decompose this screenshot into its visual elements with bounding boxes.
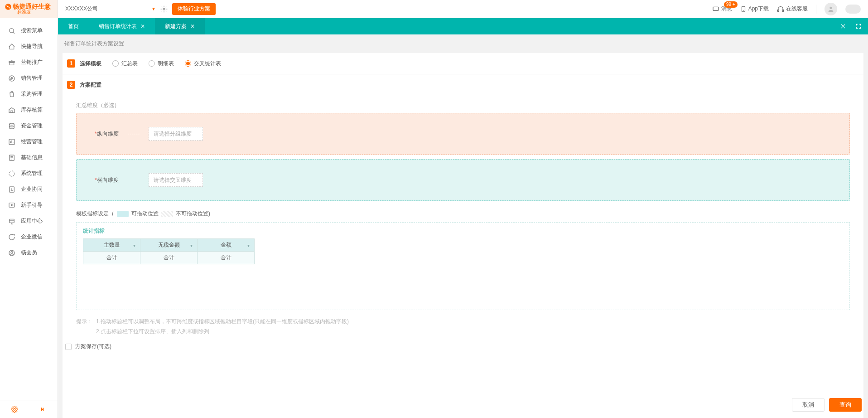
brand-icon (5, 3, 12, 10)
sidebar-item-purchase[interactable]: 采购管理 (0, 86, 58, 102)
apps-icon (8, 218, 15, 225)
sidebar-item-guide[interactable]: 新手引导 (0, 197, 58, 213)
horizontal-dimension-box: *横向维度 请选择交叉维度 (76, 159, 850, 201)
phone-icon (740, 5, 747, 13)
tab-newplan[interactable]: 新建方案✕ (155, 18, 205, 34)
sales-icon (8, 75, 15, 82)
collapse-icon[interactable] (39, 406, 47, 413)
tab-report[interactable]: 销售订单统计表✕ (89, 18, 155, 34)
sidebar-item-wechat[interactable]: 企业微信 (0, 229, 58, 245)
template-radio-cross[interactable]: 交叉统计表 (185, 60, 221, 68)
sidebar-item-search[interactable]: 搜索菜单 (0, 23, 58, 39)
sidebar-item-ops[interactable]: 经营管理 (0, 134, 58, 150)
connector-line (128, 134, 140, 134)
save-row: 方案保存(可选) (63, 336, 863, 357)
config-panel: 1 选择模板 汇总表明细表交叉统计表 2 方案配置 汇总维度（必选） *纵向维度 (63, 53, 863, 418)
topbar-right: 消息 99 + App下载 在线客服 (712, 3, 861, 15)
sidebar-item-label: 基础信息 (21, 154, 43, 161)
inventory-icon (8, 107, 15, 114)
svg-point-7 (10, 123, 14, 125)
sidebar: 畅捷通好生意 标准版 搜索菜单快捷导航营销推广销售管理采购管理库存核算资金管理经… (0, 0, 58, 418)
settings-icon[interactable] (11, 406, 18, 413)
basic-icon (8, 154, 15, 161)
sidebar-item-member[interactable]: 畅会员 (0, 245, 58, 261)
sidebar-item-label: 营销推广 (21, 58, 43, 66)
purchase-icon (8, 91, 15, 98)
sidebar-item-quick[interactable]: 快捷导航 (0, 39, 58, 54)
sidebar-item-label: 快捷导航 (21, 43, 43, 50)
svg-rect-4 (10, 63, 14, 65)
svg-point-23 (14, 408, 15, 410)
messages-button[interactable]: 消息 99 + (712, 5, 732, 13)
sidebar-item-label: 经营管理 (21, 138, 43, 146)
stats-col-label: 金额 (221, 242, 231, 248)
vertical-dimension-input[interactable]: 请选择分组维度 (149, 127, 203, 141)
stats-col-header[interactable]: 金额▾ (198, 239, 255, 252)
system-icon (8, 170, 15, 177)
messages-badge: 99 + (724, 1, 738, 8)
stats-col-header[interactable]: 主数量▾ (83, 239, 140, 252)
svg-point-30 (829, 6, 832, 9)
sidebar-item-sales[interactable]: 销售管理 (0, 70, 58, 86)
sidebar-item-system[interactable]: 系统管理 (0, 165, 58, 181)
summary-dimension-label: 汇总维度（必选） (76, 102, 850, 109)
tab-home[interactable]: 首页 (58, 18, 89, 34)
promo-icon (8, 59, 15, 66)
step1-row: 1 选择模板 汇总表明细表交叉统计表 (63, 53, 863, 74)
message-icon (712, 5, 719, 13)
svg-rect-29 (782, 10, 784, 11)
sidebar-item-label: 企业协同 (21, 185, 43, 193)
template-radio-detail[interactable]: 明细表 (149, 60, 174, 68)
save-plan-checkbox[interactable] (65, 344, 72, 350)
radio-dot (112, 60, 119, 67)
sidebar-item-apps[interactable]: 应用中心 (0, 213, 58, 229)
legend-swatch-nondraggable (161, 211, 173, 217)
stats-col-header[interactable]: 无税金额▾ (140, 239, 198, 252)
logo-area: 畅捷通好生意 标准版 (0, 0, 58, 18)
wechat-icon (8, 233, 15, 241)
stats-title: 统计指标 (83, 227, 843, 235)
tab-close-icon[interactable]: ✕ (140, 23, 145, 29)
sidebar-item-basic[interactable]: 基础信息 (0, 150, 58, 165)
app-download-button[interactable]: App下载 (740, 5, 769, 13)
profile-pill[interactable] (845, 5, 861, 14)
horizontal-dimension-placeholder: 请选择交叉维度 (154, 176, 192, 184)
stats-col-label: 主数量 (104, 242, 120, 248)
legend-prefix: 模板指标设定（ (76, 210, 114, 218)
footer-actions: 取消 查询 (792, 398, 862, 412)
template-radio-summary[interactable]: 汇总表 (112, 60, 138, 68)
sidebar-item-promo[interactable]: 营销推广 (0, 54, 58, 70)
sidebar-item-funds[interactable]: 资金管理 (0, 118, 58, 134)
chevron-down-icon: ▾ (247, 243, 250, 248)
fullscreen-button[interactable] (852, 19, 865, 33)
sidebar-item-label: 资金管理 (21, 122, 43, 130)
stats-col-label: 无税金额 (158, 242, 180, 248)
support-button[interactable]: 在线客服 (777, 5, 808, 13)
svg-marker-16 (11, 204, 13, 206)
radio-dot (185, 60, 191, 67)
gear-icon[interactable] (159, 5, 169, 14)
step1-title: 选择模板 (80, 60, 101, 68)
tab-close-icon[interactable]: ✕ (190, 23, 195, 29)
save-plan-label: 方案保存(可选) (75, 343, 111, 350)
avatar[interactable] (825, 3, 837, 15)
work-area: 销售订单统计表方案设置 1 选择模板 汇总表明细表交叉统计表 2 方案配置 汇总… (58, 34, 868, 418)
guide-icon (8, 202, 15, 209)
submit-button[interactable]: 查询 (829, 398, 862, 412)
horizontal-dimension-input[interactable]: 请选择交叉维度 (149, 173, 203, 187)
svg-point-13 (9, 171, 14, 176)
company-select[interactable]: XXXXXX公司 ▼ (65, 3, 156, 15)
sidebar-item-collab[interactable]: 企业协同 (0, 181, 58, 197)
expand-icon (855, 23, 862, 29)
svg-rect-28 (777, 10, 779, 11)
try-solution-button[interactable]: 体验行业方案 (172, 3, 216, 15)
tab-close-all-button[interactable] (836, 19, 850, 33)
svg-point-1 (10, 28, 14, 32)
divider (816, 5, 816, 14)
tab-label: 销售订单统计表 (99, 23, 137, 30)
radio-label: 汇总表 (121, 60, 138, 68)
hints-prefix: 提示： (76, 316, 92, 336)
hint-line: 2.点击标题栏下拉可设置排序、插入列和删除列 (96, 326, 349, 336)
sidebar-item-inventory[interactable]: 库存核算 (0, 102, 58, 118)
cancel-button[interactable]: 取消 (792, 398, 825, 412)
